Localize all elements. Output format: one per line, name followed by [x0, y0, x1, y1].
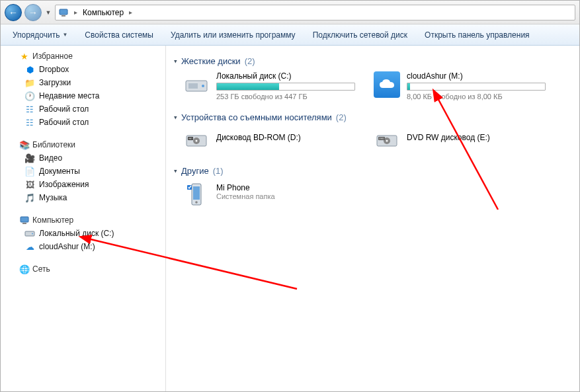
svg-point-21 [195, 201, 198, 204]
cloud-drive-icon [374, 71, 400, 98]
drive-free-space: 253 ГБ свободно из 447 ГБ [216, 93, 355, 100]
svg-point-16 [386, 140, 388, 142]
libraries-icon: 📚 [19, 139, 30, 150]
sidebar-group-computer: ▸ Компьютер Локальный диск (C:) ☁ cloudA… [1, 214, 165, 253]
category-hard-drives[interactable]: ▸ Жесткие диски (2) [174, 56, 571, 66]
optical-drive-icon: DVD [374, 128, 400, 154]
drive-icon [24, 228, 35, 239]
folder-icon: 📁 [24, 77, 35, 88]
video-icon: 🎥 [24, 153, 35, 163]
sidebar-item-desktop[interactable]: ☷ Рабочий стол [1, 102, 165, 116]
svg-point-11 [196, 140, 198, 142]
organize-button[interactable]: Упорядочить ▼ [5, 28, 75, 42]
svg-rect-3 [22, 223, 26, 224]
drive-info: cloudAshur (M:) 8,00 КБ свободно из 8,00… [407, 71, 546, 100]
breadcrumb-root[interactable]: Компьютер [83, 8, 124, 17]
sidebar-header-computer[interactable]: ▸ Компьютер [1, 214, 165, 227]
main-split: ▸ ★ Избранное ⬢ Dropbox 📁 Загрузки 🕐 Нед… [1, 46, 579, 391]
music-icon: 🎵 [24, 192, 35, 203]
chevron-down-icon: ▸ [173, 116, 179, 119]
optical-drive-icon: BD [183, 128, 210, 154]
drive-free-space: 8,00 КБ свободно из 8,00 КБ [407, 93, 546, 100]
sidebar-item-recent[interactable]: 🕐 Недавние места [1, 89, 165, 102]
map-network-drive-button[interactable]: Подключить сетевой диск [305, 28, 415, 42]
svg-rect-20 [193, 186, 200, 200]
address-bar: ← → ▼ ▸ Компьютер ▸ [1, 1, 579, 24]
cloud-drive-icon: ☁ [24, 241, 35, 252]
picture-icon: 🖼 [24, 179, 35, 190]
network-icon: 🌐 [19, 264, 30, 274]
command-bar: Упорядочить ▼ Свойства системы Удалить и… [1, 24, 579, 46]
svg-text:BD: BD [188, 137, 192, 140]
arrow-left-icon: ← [9, 7, 18, 18]
sidebar-item-downloads[interactable]: 📁 Загрузки [1, 76, 165, 89]
history-dropdown[interactable]: ▼ [44, 5, 52, 20]
svg-rect-0 [60, 9, 67, 15]
dropbox-icon: ⬢ [24, 64, 35, 75]
chevron-down-icon: ▸ [173, 59, 179, 63]
category-other[interactable]: ▸ Другие (1) [174, 166, 571, 176]
phone-icon [183, 181, 210, 208]
computer-icon [58, 7, 69, 18]
sidebar-group-network: ▸ 🌐 Сеть [1, 262, 165, 276]
drive-info: Локальный диск (C:) 253 ГБ свободно из 4… [216, 71, 355, 100]
device-title: Дисковод BD-ROM (D:) [216, 133, 301, 154]
drive-cloudashur-m[interactable]: cloudAshur (M:) 8,00 КБ свободно из 8,00… [374, 71, 546, 100]
computer-icon [19, 215, 30, 225]
sidebar-group-favorites: ▸ ★ Избранное ⬢ Dropbox 📁 Загрузки 🕐 Нед… [1, 50, 165, 129]
svg-point-7 [202, 85, 204, 87]
drive-local-c[interactable]: Локальный диск (C:) 253 ГБ свободно из 4… [183, 71, 355, 100]
removable-row: BD Дисковод BD-ROM (D:) DVD DVD RW диско… [183, 128, 571, 154]
svg-text:DVD: DVD [379, 137, 384, 140]
category-removable[interactable]: ▸ Устройства со съемными носителями (2) [174, 112, 571, 122]
sidebar-item-desktop[interactable]: ☷ Рабочий стол [1, 116, 165, 129]
device-title: DVD RW дисковод (E:) [407, 133, 490, 154]
open-control-panel-button[interactable]: Открыть панель управления [417, 28, 538, 42]
sidebar-item-videos[interactable]: 🎥 Видео [1, 151, 165, 165]
document-icon: 📄 [24, 166, 35, 176]
sidebar-header-network[interactable]: ▸ 🌐 Сеть [1, 262, 165, 276]
chevron-down-icon: ▼ [62, 32, 67, 38]
device-subtitle: Системная папка [216, 192, 275, 200]
device-bdrom[interactable]: BD Дисковод BD-ROM (D:) [183, 128, 355, 154]
other-row: Mi Phone Системная папка [183, 181, 571, 208]
sidebar-header-libraries[interactable]: ▸ 📚 Библиотеки [1, 138, 165, 151]
device-title: Mi Phone [216, 183, 275, 192]
sidebar-item-pictures[interactable]: 🖼 Изображения [1, 178, 165, 191]
drive-title: Локальный диск (C:) [216, 71, 355, 81]
capacity-bar [216, 83, 355, 91]
navigation-sidebar: ▸ ★ Избранное ⬢ Dropbox 📁 Загрузки 🕐 Нед… [1, 46, 166, 391]
sidebar-item-dropbox[interactable]: ⬢ Dropbox [1, 63, 165, 76]
system-properties-button[interactable]: Свойства системы [77, 28, 161, 42]
sidebar-item-local-disk-c[interactable]: Локальный диск (C:) [1, 227, 165, 240]
chevron-right-icon: ▸ [126, 9, 135, 16]
device-miphone[interactable]: Mi Phone Системная папка [183, 181, 355, 208]
forward-button[interactable]: → [24, 4, 42, 21]
back-button[interactable]: ← [5, 4, 22, 21]
arrow-right-icon: → [28, 7, 38, 18]
svg-rect-2 [21, 217, 28, 222]
sidebar-header-favorites[interactable]: ▸ ★ Избранное [1, 50, 165, 63]
breadcrumb[interactable]: ▸ Компьютер ▸ [55, 5, 575, 20]
sidebar-item-cloudashur[interactable]: ☁ cloudAshur (M:) [1, 240, 165, 253]
desktop-icon: ☷ [24, 117, 35, 128]
device-dvdrw[interactable]: DVD DVD RW дисковод (E:) [374, 128, 546, 154]
capacity-fill [217, 83, 279, 90]
sidebar-item-documents[interactable]: 📄 Документы [1, 165, 165, 178]
uninstall-program-button[interactable]: Удалить или изменить программу [163, 28, 304, 42]
star-icon: ★ [19, 51, 30, 61]
svg-rect-8 [188, 83, 198, 89]
drive-title: cloudAshur (M:) [407, 71, 546, 81]
svg-point-5 [32, 233, 33, 235]
organize-label: Упорядочить [13, 30, 60, 40]
capacity-bar [407, 83, 546, 91]
sidebar-group-libraries: ▸ 📚 Библиотеки 🎥 Видео 📄 Документы 🖼 Изо… [1, 138, 165, 204]
svg-rect-1 [62, 15, 65, 17]
chevron-right-icon: ▸ [71, 9, 80, 16]
hard-drive-icon [183, 71, 210, 98]
capacity-fill [407, 83, 410, 90]
desktop-icon: ☷ [24, 104, 35, 114]
hard-drives-row: Локальный диск (C:) 253 ГБ свободно из 4… [183, 71, 571, 100]
chevron-down-icon: ▸ [173, 169, 179, 173]
sidebar-item-music[interactable]: 🎵 Музыка [1, 191, 165, 204]
